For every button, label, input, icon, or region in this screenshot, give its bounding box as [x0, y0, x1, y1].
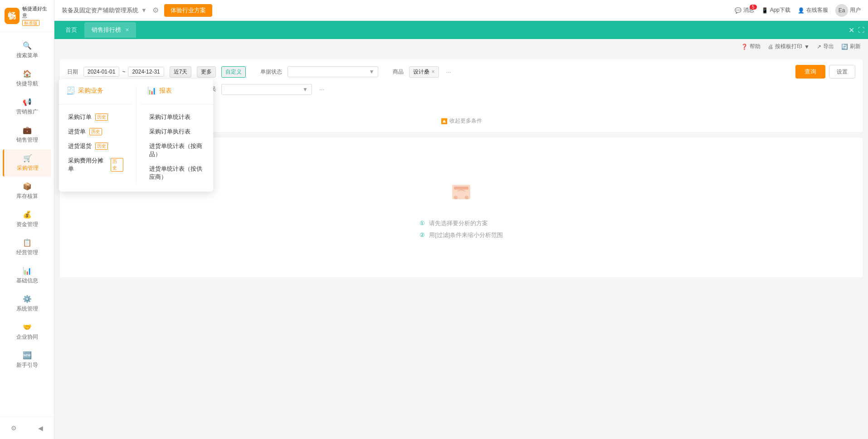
purchase-business-header: 🧾 采购业务	[66, 86, 125, 99]
trial-btn[interactable]: 体验行业方案	[164, 4, 212, 17]
purchase-business-icon: 🧾	[66, 86, 75, 95]
date-label: 日期	[67, 68, 78, 76]
purchase-order-item[interactable]: 采购订单 历史	[66, 110, 125, 124]
mobile-icon: 📱	[761, 7, 768, 14]
purchase-business-col: 🧾 采购业务 采购订单 历史 进货单 历史 进货退货 历史 采购费用分摊单 历史	[66, 86, 125, 184]
logo-icon: 畅	[5, 8, 20, 24]
settings-footer-btn[interactable]: ⚙	[8, 422, 20, 434]
doc-status-arrow: ▼	[369, 69, 375, 75]
tab-home[interactable]: 首页	[58, 22, 84, 38]
logo-text: 畅捷通好生意 标准版	[22, 5, 49, 26]
purchase-dropdown-menu: 🧾 采购业务 采购订单 历史 进货单 历史 进货退货 历史 采购费用分摊单 历史	[59, 79, 213, 192]
purchase-order-exec-item[interactable]: 采购订单执行表	[147, 124, 206, 139]
salesperson-more-btn[interactable]: ···	[319, 86, 324, 93]
sidebar-item-system[interactable]: ⚙️ 系统管理	[3, 290, 51, 317]
collapse-icon: 🔼	[441, 118, 448, 124]
svg-point-3	[465, 196, 468, 199]
date-range: 2024-01-01 ~ 2024-12-31	[83, 67, 164, 77]
user-btn[interactable]: Ea 用户	[835, 4, 861, 17]
sidebar-item-marketing[interactable]: 📢 营销推广	[3, 93, 51, 120]
query-btn[interactable]: 查询	[795, 65, 825, 79]
message-btn[interactable]: 💬 消息 5	[735, 6, 754, 14]
sidebar-item-quicknav[interactable]: 🏠 快捷导航	[3, 65, 51, 92]
empty-tip-2: ② 用[过滤]条件来缩小分析范围	[419, 229, 503, 241]
app-download-btn[interactable]: 📱 App下载	[761, 6, 790, 14]
goods-return-item[interactable]: 进货退货 历史	[66, 139, 125, 153]
preset-7days-btn[interactable]: 近7天	[170, 66, 192, 78]
sidebar-item-basicinfo[interactable]: 📊 基础信息	[3, 262, 51, 289]
product-more-btn[interactable]: ···	[446, 69, 451, 75]
goods-receipt-item[interactable]: 进货单 历史	[66, 124, 125, 139]
product-tag-value: 设计桑	[413, 68, 429, 76]
sidebar-item-sales[interactable]: 💼 销售管理	[3, 121, 51, 148]
sidebar-logo: 畅 畅捷通好生意 标准版	[0, 0, 54, 32]
sidebar-item-purchase[interactable]: 🛒 采购管理	[3, 149, 51, 177]
user-avatar: Ea	[835, 4, 848, 17]
svg-point-2	[454, 196, 458, 199]
refresh-btn[interactable]: 🔄 刷新	[841, 43, 861, 50]
tab-sales-ranking[interactable]: 销售排行榜 ×	[84, 22, 136, 38]
collapse-sidebar-btn[interactable]: ◀	[35, 422, 46, 434]
content-toolbar: ❓ 帮助 🖨 按模板打印 ▼ ↗ 导出 🔄 刷新	[54, 39, 868, 54]
product-label: 商品	[393, 68, 404, 76]
operations-icon: 📋	[23, 238, 32, 247]
search-icon: 🔍	[23, 41, 32, 50]
report-icon: 📊	[147, 86, 156, 95]
settings-gear-icon[interactable]: ⚙	[152, 6, 159, 15]
tabbar-close-icon[interactable]: ✕	[848, 26, 854, 35]
date-end[interactable]: 2024-12-31	[128, 67, 164, 77]
sidebar-item-inventory[interactable]: 📦 库存核算	[3, 178, 51, 205]
marketing-icon: 📢	[23, 98, 32, 106]
export-btn[interactable]: ↗ 导出	[817, 43, 834, 50]
goods-stat-by-product-item[interactable]: 进货单统计表（按商品）	[147, 139, 206, 162]
print-icon: 🖨	[768, 44, 773, 50]
topbar-system: 装备及固定资产辅助管理系统 ▼	[62, 6, 147, 15]
tabbar-expand-icon[interactable]: ⛶	[858, 26, 864, 34]
help-btn[interactable]: ❓ 帮助	[741, 43, 761, 50]
print-btn[interactable]: 🖨 按模板打印 ▼	[768, 43, 809, 50]
help-icon: ❓	[741, 44, 748, 50]
tabbar: 首页 销售排行榜 × ✕ ⛶	[54, 21, 868, 39]
dropdown-menu-inner: 🧾 采购业务 采购订单 历史 进货单 历史 进货退货 历史 采购费用分摊单 历史	[66, 86, 206, 184]
sidebar-item-operations[interactable]: 📋 经营管理	[3, 234, 51, 261]
purchase-order-stat-item[interactable]: 采购订单统计表	[147, 110, 206, 124]
empty-illustration	[443, 174, 479, 210]
topbar-right: 💬 消息 5 📱 App下载 👤 在线客服 Ea 用户	[735, 4, 861, 17]
system-name: 装备及固定资产辅助管理系统	[62, 6, 138, 15]
guide-icon: 🆕	[23, 351, 32, 360]
date-start[interactable]: 2024-01-01	[83, 67, 119, 77]
system-icon: ⚙️	[23, 295, 32, 303]
sidebar: 畅 畅捷通好生意 标准版 🔍 搜索菜单 🏠 快捷导航 📢 营销推广 💼 销售管理	[0, 0, 54, 439]
topbar: 装备及固定资产辅助管理系统 ▼ ⚙ 体验行业方案 💬 消息 5 📱 App下载 …	[54, 0, 868, 21]
home-icon: 🏠	[23, 69, 32, 78]
sidebar-footer: ⚙ ◀	[0, 417, 54, 439]
preset-custom-btn[interactable]: 自定义	[221, 66, 246, 78]
empty-tip-1: ① 请先选择要分析的方案	[419, 217, 503, 229]
product-tag-close-btn[interactable]: ×	[431, 69, 434, 75]
service-icon: 👤	[798, 7, 805, 14]
sidebar-item-guide[interactable]: 🆕 新手引导	[3, 346, 51, 374]
salesperson-select[interactable]: ▼	[221, 84, 312, 95]
doc-status-select[interactable]: ▼	[288, 66, 378, 77]
setting-btn[interactable]: 设置	[829, 65, 855, 79]
product-tag: 设计桑 ×	[409, 66, 439, 78]
preset-more-btn[interactable]: 更多	[197, 66, 216, 78]
inventory-icon: 📦	[23, 182, 32, 191]
col2-divider	[140, 104, 214, 104]
goods-stat-by-supplier-item[interactable]: 进货单统计表（按供应商）	[147, 162, 206, 184]
purchase-expense-item[interactable]: 采购费用分摊单 历史	[66, 153, 125, 176]
tab-close-btn[interactable]: ×	[126, 26, 129, 33]
cooperation-icon: 🤝	[23, 323, 32, 331]
print-dropdown-icon[interactable]: ▼	[804, 44, 809, 50]
online-service-btn[interactable]: 👤 在线客服	[798, 6, 828, 14]
sidebar-item-search[interactable]: 🔍 搜索菜单	[3, 37, 51, 64]
menu-separator	[136, 86, 137, 184]
sidebar-item-finance[interactable]: 💰 资金管理	[3, 206, 51, 233]
report-col: 📊 报表 采购订单统计表 采购订单执行表 进货单统计表（按商品） 进货单统计表（…	[147, 86, 206, 184]
system-dropdown-btn[interactable]: ▼	[141, 7, 147, 14]
empty-state-text: ① 请先选择要分析的方案 ② 用[过滤]条件来缩小分析范围	[419, 217, 503, 241]
doc-status-label: 单据状态	[260, 68, 282, 76]
svg-rect-1	[454, 187, 468, 189]
sidebar-item-cooperation[interactable]: 🤝 企业协同	[3, 318, 51, 345]
message-badge: 5	[750, 5, 757, 10]
